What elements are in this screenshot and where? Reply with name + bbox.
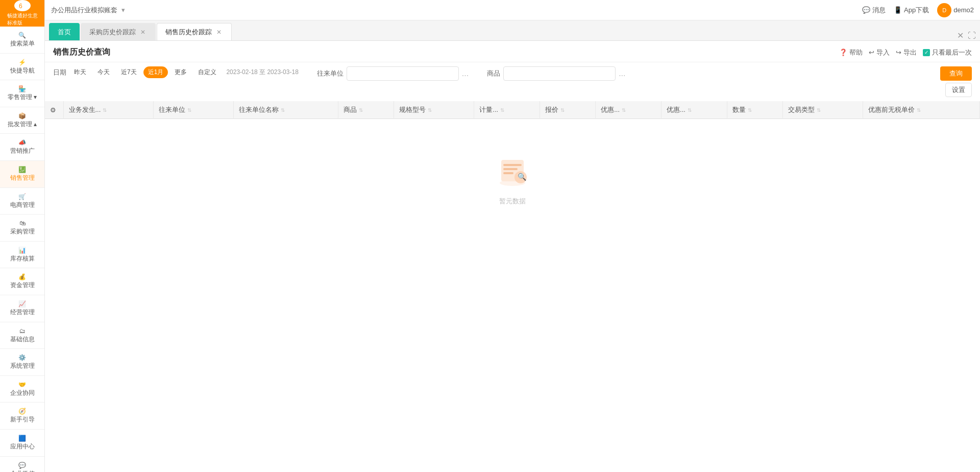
sort-icon-partner-name: ⇅ bbox=[281, 107, 285, 113]
import-button[interactable]: ↩ 导入 bbox=[869, 48, 890, 57]
marketing-icon: 📣 bbox=[18, 139, 26, 146]
col-pretax-price[interactable]: 优惠前无税单价 ⇅ bbox=[863, 101, 979, 119]
tab-sales-close[interactable]: ✕ bbox=[215, 28, 223, 36]
app-logo[interactable]: 6 畅捷通好生意 标准版 bbox=[0, 0, 45, 27]
page-title: 销售历史价查询 bbox=[53, 47, 110, 58]
message-button[interactable]: 💬 消息 bbox=[862, 6, 886, 15]
col-biz-date[interactable]: 业务发生... ⇅ bbox=[63, 101, 154, 119]
download-icon: 📱 bbox=[894, 6, 902, 14]
date-buttons: 昨天 今天 近7天 近1月 更多 自定义 bbox=[69, 66, 221, 78]
svg-rect-6 bbox=[503, 172, 513, 174]
sidebar-item-basic[interactable]: 🗂 基础信息 bbox=[0, 322, 44, 349]
sidebar-item-sales[interactable]: 💹 销售管理 bbox=[0, 161, 44, 188]
sidebar-item-newbie[interactable]: 🧭 新手引导 bbox=[0, 403, 44, 430]
sidebar-item-retail[interactable]: 🏪 零售管理 ▾ bbox=[0, 80, 44, 107]
import-icon: ↩ bbox=[869, 49, 874, 56]
sidebar-item-inventory[interactable]: 📊 库存核算 bbox=[0, 242, 44, 269]
tab-purchase-close[interactable]: ✕ bbox=[139, 28, 147, 36]
export-icon: ↪ bbox=[896, 49, 901, 56]
topbar-dropdown-icon[interactable]: ▾ bbox=[121, 6, 130, 14]
tab-purchase[interactable]: 采购历史价跟踪 ✕ bbox=[81, 23, 156, 40]
sidebar: 6 畅捷通好生意 标准版 🔍 搜索菜单 ⚡ 快捷导航 🏪 零售管理 ▾ 📦 批发… bbox=[0, 0, 45, 472]
date-btn-custom[interactable]: 自定义 bbox=[193, 66, 221, 78]
sidebar-item-wholesale[interactable]: 📦 批发管理 ▴ bbox=[0, 107, 44, 134]
date-btn-today[interactable]: 今天 bbox=[93, 66, 114, 78]
app-name: 畅捷通好生意 标准版 bbox=[7, 12, 38, 27]
filter-section: 日期 昨天 今天 近7天 近1月 更多 自定义 2023-02-18 至 202… bbox=[45, 62, 980, 83]
date-filter-label: 日期 bbox=[53, 68, 66, 77]
query-button[interactable]: 查询 bbox=[940, 66, 972, 81]
col-qty[interactable]: 数量 ⇅ bbox=[727, 101, 783, 119]
col-goods[interactable]: 商品 ⇅ bbox=[338, 101, 394, 119]
sidebar-menu: 🔍 搜索菜单 ⚡ 快捷导航 🏪 零售管理 ▾ 📦 批发管理 ▴ 📣 营销推广 💹… bbox=[0, 27, 44, 472]
date-btn-1month[interactable]: 近1月 bbox=[143, 66, 168, 78]
tabs-right-actions: ✕ ⛶ bbox=[957, 31, 976, 40]
sidebar-item-search[interactable]: 🔍 搜索菜单 bbox=[0, 27, 44, 54]
settings-button[interactable]: 设置 bbox=[945, 83, 972, 97]
date-btn-yesterday[interactable]: 昨天 bbox=[69, 66, 91, 78]
message-icon: 💬 bbox=[862, 6, 870, 14]
sidebar-item-appstore[interactable]: 🟦 应用中心 bbox=[0, 430, 44, 457]
goods-dots[interactable]: ... bbox=[619, 69, 625, 78]
sort-icon-trade-type: ⇅ bbox=[817, 107, 821, 113]
sidebar-item-finance[interactable]: 💰 资金管理 bbox=[0, 268, 44, 295]
sidebar-item-marketing[interactable]: 📣 营销推广 bbox=[0, 134, 44, 161]
col-unit[interactable]: 计量... ⇅ bbox=[474, 101, 540, 119]
newbie-icon: 🧭 bbox=[18, 408, 26, 415]
col-trade-type[interactable]: 交易类型 ⇅ bbox=[783, 101, 863, 119]
table-header-row: ⚙ 业务发生... ⇅ 往来单位 ⇅ bbox=[45, 101, 980, 119]
partner-dots[interactable]: ... bbox=[462, 69, 469, 78]
sort-icon-qty: ⇅ bbox=[748, 107, 752, 113]
tab-sales[interactable]: 销售历史价跟踪 ✕ bbox=[157, 23, 232, 40]
user-menu[interactable]: D demo2 bbox=[937, 3, 974, 17]
retail-icon: 🏪 bbox=[18, 85, 26, 92]
empty-text: 暂元数据 bbox=[499, 197, 526, 206]
sort-icon-goods: ⇅ bbox=[359, 107, 363, 113]
col-quote[interactable]: 报价 ⇅ bbox=[540, 101, 596, 119]
sort-icon-discount1: ⇅ bbox=[622, 107, 626, 113]
date-range-display: 2023-02-18 至 2023-03-18 bbox=[226, 68, 298, 77]
col-partner-name[interactable]: 往来单位名称 ⇅ bbox=[234, 101, 338, 119]
shortcut-icon: ⚡ bbox=[18, 59, 26, 66]
only-last-checkbox[interactable]: ✓ bbox=[923, 49, 930, 56]
sort-icon-pretax-price: ⇅ bbox=[917, 107, 921, 113]
table-gear-icon[interactable]: ⚙ bbox=[50, 106, 56, 114]
col-partner-code[interactable]: 往来单位 ⇅ bbox=[154, 101, 234, 119]
partner-filter-label: 往来单位 bbox=[317, 69, 344, 78]
partner-filter-group: 往来单位 ... bbox=[317, 66, 469, 81]
col-gear[interactable]: ⚙ bbox=[45, 101, 63, 119]
tab-home[interactable]: 首页 bbox=[49, 23, 80, 40]
tab-maximize-icon[interactable]: ⛶ bbox=[968, 31, 976, 40]
sidebar-item-enterprise[interactable]: 🤝 企业协同 bbox=[0, 376, 44, 403]
enterprise-icon: 🤝 bbox=[18, 381, 26, 388]
page-header-actions: ❓ 帮助 ↩ 导入 ↪ 导出 ✓ 只看最后一次 bbox=[839, 48, 972, 57]
tab-close-all-icon[interactable]: ✕ bbox=[957, 31, 964, 40]
sidebar-item-ecommerce[interactable]: 🛒 电商管理 bbox=[0, 188, 44, 215]
only-last-checkbox-label[interactable]: ✓ 只看最后一次 bbox=[923, 48, 972, 57]
page-header: 销售历史价查询 ❓ 帮助 ↩ 导入 ↪ 导出 ✓ 只 bbox=[45, 41, 980, 62]
date-btn-7days[interactable]: 近7天 bbox=[116, 66, 141, 78]
wechat-icon: 💬 bbox=[18, 462, 26, 469]
sidebar-item-shortcut[interactable]: ⚡ 快捷导航 bbox=[0, 54, 44, 81]
tab-bar: 首页 采购历史价跟踪 ✕ 销售历史价跟踪 ✕ ✕ ⛶ bbox=[45, 20, 980, 41]
empty-icon: 🔍 bbox=[492, 150, 533, 191]
sidebar-item-purchase[interactable]: 🛍 采购管理 bbox=[0, 215, 44, 242]
goods-input[interactable] bbox=[503, 66, 616, 81]
sidebar-item-wechat[interactable]: 💬 企业微信 bbox=[0, 457, 44, 473]
sidebar-item-operations[interactable]: 📈 经营管理 bbox=[0, 295, 44, 322]
app-download-button[interactable]: 📱 App下载 bbox=[894, 6, 929, 15]
help-button[interactable]: ❓ 帮助 bbox=[839, 48, 863, 57]
col-discount1[interactable]: 优惠... ⇅ bbox=[596, 101, 662, 119]
basic-icon: 🗂 bbox=[19, 327, 26, 335]
sidebar-item-system[interactable]: ⚙️ 系统管理 bbox=[0, 349, 44, 376]
avatar: D bbox=[937, 3, 951, 17]
svg-rect-5 bbox=[503, 168, 518, 170]
col-discount2[interactable]: 优惠... ⇅ bbox=[662, 101, 727, 119]
wholesale-icon: 📦 bbox=[18, 112, 26, 120]
topbar-title: 办公用品行业模拟账套 bbox=[51, 6, 117, 15]
export-button[interactable]: ↪ 导出 bbox=[896, 48, 917, 57]
col-spec[interactable]: 规格型号 ⇅ bbox=[394, 101, 474, 119]
partner-input[interactable] bbox=[347, 66, 459, 81]
date-btn-more[interactable]: 更多 bbox=[170, 66, 191, 78]
sort-icon-spec: ⇅ bbox=[428, 107, 432, 113]
